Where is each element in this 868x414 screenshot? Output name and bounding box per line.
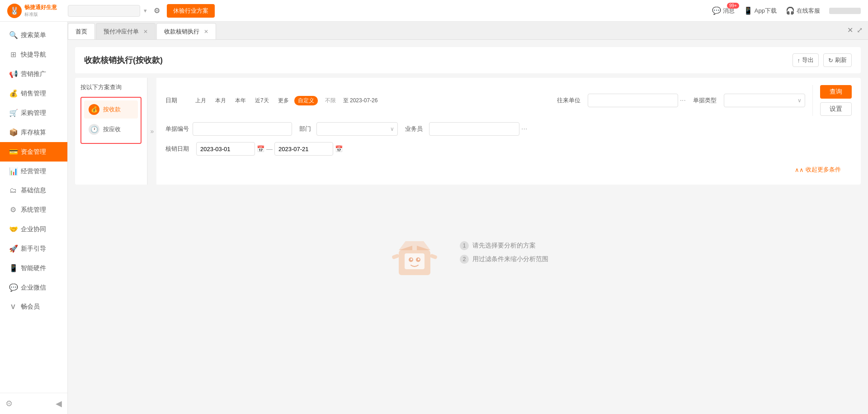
writeoff-start-input[interactable] (196, 142, 255, 156)
content-area: 首页 预付冲应付单 ✕ 收款核销执行 ✕ ✕ ⤢ 收款核销执行(按收款) (68, 22, 868, 414)
staff-dots[interactable]: ··· (521, 125, 527, 133)
top-bar: 🐰 畅捷通好生意 标准版 ▾ ⚙ 休验行业方案 💬 消息 99+ 📱 App下载… (0, 0, 868, 22)
writeoff-date-range: 📅 — 📅 (196, 142, 343, 156)
refresh-btn[interactable]: ↻ 刷新 (823, 53, 852, 67)
counterpart-dots[interactable]: ··· (680, 97, 686, 104)
filter-option-receivable[interactable]: 🕐 按应收 (84, 120, 138, 138)
collection-option-label: 按收款 (103, 105, 121, 114)
tab-prepay[interactable]: 预付冲应付单 ✕ (96, 23, 156, 39)
svg-point-4 (410, 258, 412, 260)
sidebar-item-hardware[interactable]: 📱 智能硬件 (0, 258, 67, 278)
collapse-more-btn[interactable]: ∧∧ 收起更多条件 (165, 162, 852, 177)
sidebar-item-marketing[interactable]: 📢 营销推广 (0, 64, 67, 84)
sidebar-item-wechat[interactable]: 💬 企业微信 (0, 278, 67, 297)
receivable-option-label: 按应收 (103, 125, 121, 133)
query-btn[interactable]: 查询 (820, 85, 852, 99)
doc-type-form-item: 单据类型 ∨ (693, 94, 805, 107)
dept-form-item: 部门 ∨ (299, 122, 398, 136)
date-dash: — (266, 145, 273, 152)
main-layout: 🔍 搜索菜单 ⊞ 快捷导航 📢 营销推广 💰 销售管理 🛒 采购管理 📦 (0, 22, 868, 414)
app-subtitle: 标准版 (24, 11, 57, 18)
tab-restore-icon[interactable]: ⤢ (857, 25, 863, 34)
online-service-btn[interactable]: 🎧 在线客服 (786, 6, 820, 15)
date-btn-last-month[interactable]: 上月 (192, 96, 210, 105)
filter-sidebar-title: 按以下方案查询 (80, 83, 142, 91)
sidebar: 🔍 搜索菜单 ⊞ 快捷导航 📢 营销推广 💰 销售管理 🛒 采购管理 📦 (0, 22, 68, 414)
sidebar-item-basic[interactable]: 🗂 基础信息 (0, 181, 67, 200)
doc-num-input[interactable] (193, 122, 292, 136)
filter-option-collection[interactable]: 💰 按收款 (84, 100, 138, 119)
doc-num-form-item: 单据编号 (165, 122, 292, 136)
sidebar-item-sales[interactable]: 💰 销售管理 (0, 84, 67, 103)
operations-icon: 📊 (9, 167, 17, 176)
sidebar-item-cooperation[interactable]: 🤝 企业协同 (0, 219, 67, 239)
tab-bar: 首页 预付冲应付单 ✕ 收款核销执行 ✕ ✕ ⤢ (68, 22, 868, 40)
sidebar-item-member[interactable]: V 畅会员 (0, 297, 67, 316)
sidebar-nav: 🔍 搜索菜单 ⊞ 快捷导航 📢 营销推广 💰 销售管理 🛒 采购管理 📦 (0, 22, 67, 393)
message-btn[interactable]: 💬 消息 99+ (712, 6, 735, 15)
date-btn-this-year[interactable]: 本年 (231, 96, 250, 105)
writeoff-start-calendar-icon[interactable]: 📅 (257, 145, 264, 152)
doc-type-select[interactable] (724, 94, 805, 107)
dept-select[interactable] (316, 122, 398, 136)
sidebar-label-member: 畅会员 (21, 303, 40, 311)
collection-option-icon: 💰 (89, 104, 99, 115)
sidebar-item-system[interactable]: ⚙ 系统管理 (0, 200, 67, 219)
sidebar-label-hardware: 智能硬件 (21, 264, 46, 272)
staff-input[interactable] (429, 122, 519, 136)
sidebar-collapse-icon[interactable]: ◀ (56, 399, 62, 409)
writeoff-end-calendar-icon[interactable]: 📅 (335, 145, 343, 152)
date-btn-custom[interactable]: 自定义 (294, 96, 318, 105)
empty-tip-1: 1 请先选择要分析的方案 (460, 241, 548, 250)
sidebar-item-operations[interactable]: 📊 经营管理 (0, 162, 67, 181)
writeoff-date-label: 核销日期 (165, 145, 193, 153)
date-not-limit-label: 不限 (325, 97, 336, 105)
form-row-2: 单据编号 部门 ∨ (165, 122, 852, 136)
app-download-btn[interactable]: 📱 App下载 (744, 6, 777, 15)
doc-num-label: 单据编号 (165, 125, 189, 133)
logo-text: 畅捷通好生意 标准版 (24, 4, 57, 18)
date-btn-more[interactable]: 更多 (274, 96, 292, 105)
refresh-icon: ↻ (828, 57, 833, 64)
sidebar-item-purchase[interactable]: 🛒 采购管理 (0, 103, 67, 123)
tab-prepay-close[interactable]: ✕ (143, 29, 148, 35)
tab-bar-actions: ✕ ⤢ (847, 25, 863, 34)
tab-collection-close[interactable]: ✕ (204, 29, 208, 35)
gear-icon[interactable]: ⚙ (151, 5, 163, 17)
settings-btn[interactable]: 设置 (820, 102, 852, 116)
date-to-label: 至 2023-07-26 (343, 97, 378, 105)
top-search-blur (68, 5, 140, 17)
app-download-label: App下载 (755, 7, 777, 15)
purchase-icon: 🛒 (9, 109, 17, 117)
sidebar-item-guide[interactable]: 🚀 新手引导 (0, 239, 67, 258)
page-header-actions: ↑ 导出 ↻ 刷新 (793, 53, 852, 67)
date-btn-this-month[interactable]: 本月 (212, 96, 230, 105)
sidebar-label-purchase: 采购管理 (21, 109, 46, 117)
download-icon: 📱 (744, 6, 753, 15)
date-not-limit-item: 不限 (325, 97, 336, 105)
sidebar-item-quicknav[interactable]: ⊞ 快捷导航 (0, 45, 67, 64)
sidebar-label-inventory: 库存核算 (21, 128, 46, 137)
export-btn[interactable]: ↑ 导出 (793, 53, 819, 67)
finance-icon: 💳 (9, 148, 17, 156)
date-btn-7days[interactable]: 近7天 (251, 96, 273, 105)
counterpart-input[interactable] (588, 94, 678, 107)
writeoff-end-input[interactable] (274, 142, 333, 156)
tab-home-label: 首页 (75, 28, 87, 36)
sidebar-label-operations: 经营管理 (21, 167, 46, 176)
tab-close-all-icon[interactable]: ✕ (847, 25, 853, 34)
sidebar-item-inventory[interactable]: 📦 库存核算 (0, 123, 67, 142)
filter-form-container: 按以下方案查询 💰 按收款 🕐 按应收 » (75, 78, 861, 185)
tab-home[interactable]: 首页 (68, 23, 95, 39)
sidebar-settings-icon[interactable]: ⚙ (5, 399, 13, 409)
form-row-3: 核销日期 📅 — 📅 (165, 142, 852, 156)
sidebar-item-search[interactable]: 🔍 搜索菜单 (0, 25, 67, 45)
top-dropdown-icon[interactable]: ▾ (144, 7, 147, 14)
collapse-sidebar-btn[interactable]: » (147, 78, 156, 185)
industry-btn[interactable]: 休验行业方案 (167, 4, 215, 18)
hardware-icon: 📱 (9, 264, 17, 272)
sidebar-item-finance[interactable]: 💳 资金管理 (0, 142, 67, 162)
username-blur (829, 8, 861, 14)
tab-collection[interactable]: 收款核销执行 ✕ (156, 23, 216, 39)
counterpart-label: 往来单位 (557, 96, 584, 105)
